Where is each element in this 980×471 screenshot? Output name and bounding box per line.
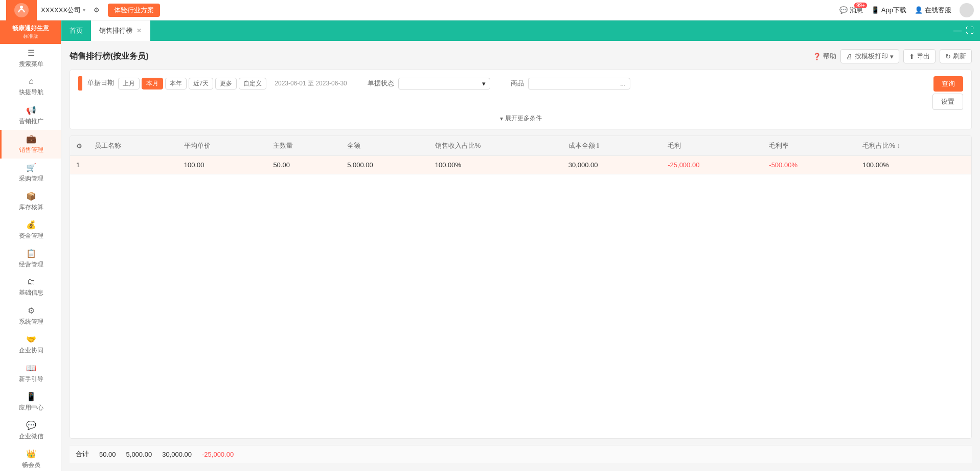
th-settings: ⚙ — [70, 136, 88, 156]
tab-label: 销售排行榜 — [99, 26, 132, 35]
operations-icon: 📋 — [26, 249, 36, 258]
cell-amount: 5,000.00 — [341, 156, 429, 174]
table-footer: 合计 50.00 5,000.00 30,000.00 -25,000.00 — [70, 445, 972, 463]
th-avg-price: 平均单价 — [178, 136, 267, 156]
sidebar-item-purchase[interactable]: 🛒 采购管理 — [0, 159, 61, 187]
tab-bar: 首页 销售排行榜 ✕ — ⛶ — [61, 20, 980, 41]
service-icon: 👤 — [915, 6, 923, 14]
footer-label: 合计 — [76, 450, 89, 459]
footer-gross: -25,000.00 — [202, 451, 234, 458]
tab-minimize-icon[interactable]: — — [953, 26, 962, 35]
search-order-icon: ☰ — [28, 48, 35, 58]
sidebar-item-finance[interactable]: 💰 资金管理 — [0, 216, 61, 244]
sidebar-label-inventory: 库存核算 — [19, 203, 43, 212]
ellipsis-icon[interactable]: ... — [620, 80, 626, 87]
settings-button[interactable]: 设置 — [932, 94, 963, 110]
online-service-button[interactable]: 👤 在线客服 — [915, 6, 951, 15]
status-label: 单据状态 — [368, 79, 394, 88]
settings-icon[interactable]: ⚙ — [89, 3, 104, 17]
date-btn-last-month[interactable]: 上月 — [118, 78, 140, 89]
cell-quantity: 50.00 — [267, 156, 341, 174]
avatar[interactable] — [960, 3, 974, 17]
sidebar-item-app-center[interactable]: 📱 应用中心 — [0, 388, 61, 416]
sidebar-logo: 畅康通好生意 标准版 — [0, 20, 61, 44]
date-btn-more[interactable]: 更多 — [215, 78, 237, 89]
column-settings-icon[interactable]: ⚙ — [76, 142, 82, 150]
th-cost: 成本全额 ℹ — [562, 136, 662, 156]
help-button[interactable]: ❓ 帮助 — [813, 52, 836, 61]
page-actions: ❓ 帮助 🖨 按模板打印 ▾ ⬆ 导出 ↻ 刷新 — [813, 49, 972, 63]
date-btn-7days[interactable]: 近7天 — [189, 78, 214, 89]
date-label: 单据日期 — [78, 76, 114, 91]
date-btn-this-month[interactable]: 本月 — [142, 78, 163, 89]
tab-close-icon[interactable]: ✕ — [136, 27, 142, 34]
sales-icon: 💼 — [26, 134, 36, 144]
sidebar-label-marketing: 营销推广 — [19, 117, 43, 126]
sidebar-item-member[interactable]: 👑 畅会员 — [0, 445, 61, 471]
sidebar-label-operations: 经营管理 — [19, 260, 43, 269]
sidebar-label-quick: 快捷导航 — [19, 88, 43, 97]
export-button[interactable]: ⬆ 导出 — [903, 49, 936, 63]
app-center-icon: 📱 — [26, 392, 36, 401]
query-button[interactable]: 查询 — [933, 76, 963, 92]
app-download-button[interactable]: 📱 App下载 — [871, 6, 906, 15]
company-selector[interactable]: XXXXXX公司 ▾ — [41, 6, 85, 15]
date-filter-group: 单据日期 上月 本月 本年 近7天 更多 自定义 2023-06-01 至 20… — [78, 76, 347, 91]
sidebar-item-guide[interactable]: 📖 新手引导 — [0, 359, 61, 388]
cell-rank: 1 — [70, 156, 88, 174]
cell-gross-rate: -500.00% — [763, 156, 856, 174]
top-bar: XXXXXX公司 ▾ ⚙ 体验行业方案 💬 消息 99+ 📱 App下载 👤 在… — [0, 0, 980, 20]
sidebar-label-search: 搜索菜单 — [19, 60, 43, 69]
trial-button[interactable]: 体验行业方案 — [108, 4, 160, 17]
enterprise-icon: 🤝 — [26, 334, 36, 344]
message-icon: 💬 — [839, 6, 848, 14]
app-icon: 📱 — [871, 6, 879, 14]
table-header-row: ⚙ 员工名称 平均单价 主数量 全额 销售收入占比% 成本全额 ℹ 毛利 毛利率 — [70, 136, 971, 156]
sidebar-item-quick-nav[interactable]: ⌂ 快捷导航 — [0, 73, 61, 101]
expand-icon: ▾ — [500, 115, 503, 122]
sidebar-item-system[interactable]: ⚙ 系统管理 — [0, 302, 61, 330]
sidebar-item-basic-info[interactable]: 🗂 基础信息 — [0, 273, 61, 302]
th-sales-pct: 销售收入占比% — [429, 136, 562, 156]
purchase-icon: 🛒 — [26, 163, 36, 172]
date-btn-custom[interactable]: 自定义 — [239, 78, 266, 89]
sidebar-label-app: 应用中心 — [19, 403, 43, 412]
logo-area — [6, 0, 37, 20]
expand-more-button[interactable]: ▾ 展开更多条件 — [500, 114, 542, 123]
sidebar-label-purchase: 采购管理 — [19, 174, 43, 183]
tab-bar-right: — ⛶ — [953, 26, 980, 35]
tab-maximize-icon[interactable]: ⛶ — [966, 26, 974, 35]
status-select[interactable]: ▾ — [398, 78, 490, 89]
refresh-button[interactable]: ↻ 刷新 — [940, 49, 972, 63]
sidebar-item-sales[interactable]: 💼 销售管理 — [0, 130, 61, 159]
sidebar-item-marketing[interactable]: 📢 营销推广 — [0, 101, 61, 130]
sidebar-item-operations[interactable]: 📋 经营管理 — [0, 244, 61, 273]
status-filter-group: 单据状态 ▾ — [368, 78, 490, 89]
footer-cost: 30,000.00 — [162, 451, 192, 458]
table-container: ⚙ 员工名称 平均单价 主数量 全额 销售收入占比% 成本全额 ℹ 毛利 毛利率 — [70, 136, 972, 439]
sidebar-item-inventory[interactable]: 📦 库存核算 — [0, 187, 61, 216]
help-label: 帮助 — [823, 52, 836, 61]
date-btn-this-year[interactable]: 本年 — [165, 78, 187, 89]
member-icon: 👑 — [26, 449, 36, 459]
cell-avg-price: 100.00 — [178, 156, 267, 174]
cell-cost: 30,000.00 — [562, 156, 662, 174]
tab-sales-ranking[interactable]: 销售排行榜 ✕ — [91, 20, 150, 41]
goods-input[interactable]: ... — [528, 78, 630, 89]
date-indicator — [78, 76, 82, 91]
finance-icon: 💰 — [26, 220, 36, 230]
sidebar-item-wechat[interactable]: 💬 企业微信 — [0, 416, 61, 445]
print-button[interactable]: 🖨 按模板打印 ▾ — [840, 49, 899, 63]
sidebar-label-sales: 销售管理 — [19, 146, 43, 154]
app-label: App下载 — [881, 6, 906, 15]
svg-point-1 — [20, 6, 23, 9]
page-header: 销售排行榜(按业务员) ❓ 帮助 🖨 按模板打印 ▾ ⬆ 导出 — [70, 49, 972, 63]
sidebar-item-enterprise[interactable]: 🤝 企业协同 — [0, 330, 61, 359]
service-label: 在线客服 — [925, 6, 951, 15]
message-button[interactable]: 💬 消息 99+ — [839, 6, 863, 15]
refresh-label: 刷新 — [953, 52, 966, 61]
cell-employee — [88, 156, 178, 174]
tab-home[interactable]: 首页 — [61, 20, 91, 41]
sidebar-item-search-order[interactable]: ☰ 搜索菜单 — [0, 44, 61, 73]
sidebar-logo-text: 畅康通好生意 — [12, 25, 49, 33]
